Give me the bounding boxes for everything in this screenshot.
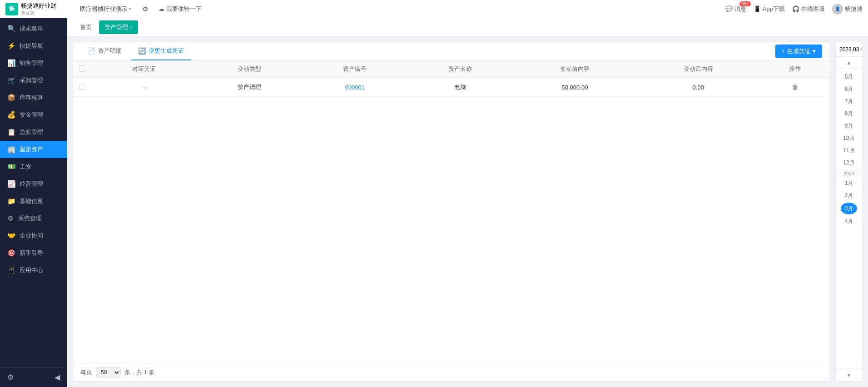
calendar-month-7[interactable]: 7月 bbox=[836, 95, 862, 108]
building-icon: 🏢 bbox=[7, 145, 16, 154]
sidebar-item-funds[interactable]: 💰 资金管理 bbox=[0, 106, 67, 124]
sidebar-item-basic-info[interactable]: 📁 基础信息 bbox=[0, 193, 67, 210]
sub-tab-change-voucher[interactable]: 🔄 变更生成凭证 bbox=[131, 42, 191, 60]
per-page-select[interactable]: 50 10 20 100 bbox=[96, 367, 121, 377]
asset-table: 对应凭证 变动类型 资产编号 资产名称 变动前内容 变动后内容 操作 bbox=[73, 60, 829, 97]
sidebar-item-cooperation[interactable]: 🤝 企业协同 bbox=[0, 227, 67, 244]
target-icon: 🎯 bbox=[7, 249, 16, 257]
th-before-change: 变动前内容 bbox=[513, 60, 637, 78]
lightning-icon: ⚡ bbox=[7, 42, 16, 50]
calendar-header: 2023.03 × ⤢ bbox=[836, 42, 862, 57]
sidebar-item-salary[interactable]: 💵 工资 bbox=[0, 158, 67, 175]
th-asset-code: 资产编号 bbox=[302, 60, 407, 78]
sidebar-item-guide[interactable]: 🎯 新手引导 bbox=[0, 244, 67, 262]
logo-area: 畅 畅捷通好业财 普及版 bbox=[5, 2, 73, 16]
company-selector[interactable]: 医疗器械行业演示 ▾ bbox=[76, 3, 135, 15]
generate-voucher-button[interactable]: + 生成凭证 ▾ bbox=[775, 45, 822, 58]
sidebar-item-label: 固定资产 bbox=[20, 145, 43, 154]
prev-year-icon[interactable]: ▲ bbox=[845, 59, 853, 67]
td-asset-name: 电脑 bbox=[407, 78, 513, 97]
inner-page: 📄 资产明细 🔄 变更生成凭证 + 生成凭证 ▾ bbox=[67, 36, 868, 387]
sidebar-item-management[interactable]: 📈 经营管理 bbox=[0, 175, 67, 193]
table-row: -- 资产清理 000001 电脑 50,000.00 0.00 🗑 bbox=[73, 78, 829, 97]
sidebar-item-inventory[interactable]: 📦 库存核算 bbox=[0, 89, 67, 106]
close-icon[interactable]: × bbox=[859, 45, 863, 54]
calendar-month-4[interactable]: 4月 bbox=[836, 215, 862, 228]
calendar-month-3-active[interactable]: 3月 bbox=[841, 203, 857, 214]
online-service-button[interactable]: 🎧 在线客服 bbox=[792, 5, 825, 13]
sidebar-item-app-center[interactable]: 📱 应用中心 bbox=[0, 262, 67, 279]
chevron-down-icon: ▾ bbox=[129, 6, 131, 11]
th-asset-name: 资产名称 bbox=[407, 60, 513, 78]
table-wrapper: 对应凭证 变动类型 资产编号 资产名称 变动前内容 变动后内容 操作 bbox=[73, 60, 829, 363]
handshake-icon: 🤝 bbox=[7, 232, 16, 240]
calendar-month-1[interactable]: 1月 bbox=[836, 177, 862, 189]
sidebar-item-label: 采购管理 bbox=[20, 76, 43, 84]
sidebar-item-label: 总账管理 bbox=[20, 128, 43, 136]
tab-close-icon[interactable]: × bbox=[130, 25, 133, 30]
sidebar-item-purchase[interactable]: 🛒 采购管理 bbox=[0, 72, 67, 89]
sidebar-item-system[interactable]: ⚙ 系统管理 bbox=[0, 210, 67, 227]
salary-icon: 💵 bbox=[7, 163, 16, 171]
calendar-title: 2023.03 bbox=[839, 46, 859, 53]
calendar-month-2[interactable]: 2月 bbox=[836, 189, 862, 202]
messages-badge: 99+ bbox=[739, 1, 751, 6]
sidebar: 🔍 搜索菜单 ⚡ 快捷导航 📊 销售管理 🛒 采购管理 📦 库存核算 💰 bbox=[0, 18, 67, 387]
logo-icon: 畅 bbox=[5, 3, 18, 15]
pagination-bar: 每页 50 10 20 100 条，共 1 条 bbox=[73, 363, 829, 381]
total-label: 条，共 1 条 bbox=[124, 368, 154, 377]
calendar-month-9[interactable]: 9月 bbox=[836, 120, 862, 132]
sidebar-item-ledger[interactable]: 📋 总账管理 bbox=[0, 124, 67, 141]
sidebar-item-label: 工资 bbox=[20, 163, 31, 171]
page-tabs: 首页 资产管理 × bbox=[67, 18, 868, 36]
calendar-month-5[interactable]: 5月 bbox=[836, 71, 862, 83]
app-download-button[interactable]: 📱 App下载 bbox=[754, 5, 785, 13]
next-year-icon[interactable]: ▼ bbox=[845, 371, 853, 379]
sidebar-item-label: 新手引导 bbox=[20, 249, 43, 257]
sidebar-item-label: 搜索菜单 bbox=[20, 25, 43, 33]
sidebar-item-fixed-assets[interactable]: 🏢 固定资产 bbox=[0, 141, 67, 158]
service-icon: 🎧 bbox=[792, 5, 799, 12]
calendar-month-10[interactable]: 10月 bbox=[836, 132, 862, 144]
messages-button[interactable]: 💬 消息 99+ bbox=[725, 5, 746, 13]
th-after-change: 变动后内容 bbox=[636, 60, 760, 78]
phone-icon: 📱 bbox=[754, 5, 761, 12]
sidebar-item-label: 快捷导航 bbox=[20, 42, 43, 50]
footer-settings-icon[interactable]: ⚙ bbox=[5, 371, 15, 383]
row-checkbox[interactable] bbox=[79, 84, 85, 90]
sidebar-nav: 🔍 搜索菜单 ⚡ 快捷导航 📊 销售管理 🛒 采购管理 📦 库存核算 💰 bbox=[0, 18, 67, 367]
th-change-type: 变动类型 bbox=[197, 60, 302, 78]
sub-tab-asset-detail[interactable]: 📄 资产明细 bbox=[80, 42, 129, 60]
calendar-month-11[interactable]: 11月 bbox=[836, 144, 862, 157]
delete-button[interactable]: 🗑 bbox=[789, 83, 801, 92]
money-icon: 💰 bbox=[7, 111, 16, 119]
generate-icon: + bbox=[782, 48, 785, 55]
calendar-month-8[interactable]: 8月 bbox=[836, 108, 862, 120]
td-after-change: 0.00 bbox=[636, 78, 760, 97]
calendar-month-12[interactable]: 12月 bbox=[836, 157, 862, 169]
experience-button[interactable]: ☁ 我要体验一下 bbox=[155, 3, 205, 15]
td-checkbox bbox=[73, 78, 91, 97]
sidebar-item-sales[interactable]: 📊 销售管理 bbox=[0, 55, 67, 72]
calendar-month-6[interactable]: 6月 bbox=[836, 83, 862, 95]
tab-asset-management[interactable]: 资产管理 × bbox=[99, 20, 138, 34]
sidebar-item-quick-nav[interactable]: ⚡ 快捷导航 bbox=[0, 37, 67, 55]
sidebar-collapse-icon[interactable]: ◀ bbox=[53, 371, 62, 383]
tab-home[interactable]: 首页 bbox=[74, 20, 97, 34]
select-all-checkbox[interactable] bbox=[79, 65, 85, 72]
sidebar-item-label: 基础信息 bbox=[20, 197, 43, 205]
user-menu[interactable]: 👤 畅捷通 bbox=[832, 4, 863, 15]
chart-icon: 📊 bbox=[7, 59, 16, 67]
calendar-panel: 2023.03 × ⤢ ▲ 5月 6月 7月 8月 9月 10月 bbox=[835, 42, 863, 382]
change-icon: 🔄 bbox=[138, 47, 146, 55]
sidebar-item-search[interactable]: 🔍 搜索菜单 bbox=[0, 20, 67, 37]
dropdown-arrow-icon: ▾ bbox=[813, 48, 816, 55]
calendar-months: 5月 6月 7月 8月 9月 10月 11月 12月 2023 1月 2月 3月… bbox=[836, 69, 862, 369]
avatar: 👤 bbox=[832, 4, 843, 15]
settings-icon[interactable]: ⚙ bbox=[139, 3, 151, 15]
th-voucher: 对应凭证 bbox=[91, 60, 197, 78]
sub-tabs: 📄 资产明细 🔄 变更生成凭证 + 生成凭证 ▾ bbox=[73, 42, 829, 60]
sidebar-item-label: 系统管理 bbox=[18, 214, 42, 223]
table-header-row: 对应凭证 变动类型 资产编号 资产名称 变动前内容 变动后内容 操作 bbox=[73, 60, 829, 78]
sidebar-item-label: 销售管理 bbox=[20, 59, 43, 67]
